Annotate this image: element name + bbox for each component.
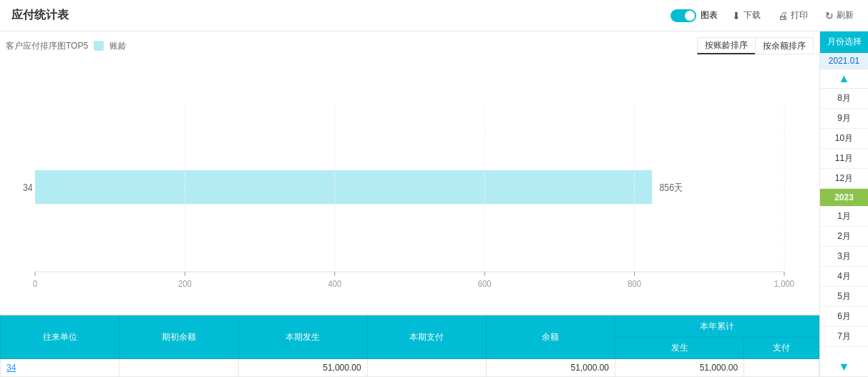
month-item[interactable]: 6月 bbox=[820, 307, 868, 327]
toggle-thumb bbox=[685, 11, 695, 21]
chart-bar bbox=[35, 170, 652, 204]
header-actions: 图表 ⬇ 下载 🖨 打印 ↻ 刷新 bbox=[670, 8, 857, 23]
chart-legend-title: 客户应付排序图TOP5 bbox=[6, 40, 88, 52]
chevron-down-icon: ▼ bbox=[839, 361, 850, 373]
month-item[interactable]: 5月 bbox=[820, 287, 868, 307]
header: 应付统计表 图表 ⬇ 下载 🖨 打印 ↻ 刷新 bbox=[0, 0, 868, 31]
chart-legend-item: 账龄 bbox=[109, 40, 127, 52]
sidebar-header: 月份选择 bbox=[820, 31, 868, 53]
app-container: 应付统计表 图表 ⬇ 下载 🖨 打印 ↻ 刷新 bbox=[0, 0, 868, 377]
table-section: 往来单位 期初余额 本期发生 本期支付 余额 本年累计 发生 支付 bbox=[0, 314, 819, 377]
cell-payment bbox=[367, 359, 486, 377]
sidebar: 月份选择 2021.01 ▲ 8月9月10月11月12月20231月2月3月4月… bbox=[819, 31, 868, 377]
sidebar-up-button[interactable]: ▲ bbox=[820, 69, 868, 89]
sidebar-scroll[interactable]: 8月9月10月11月12月20231月2月3月4月5月6月7月 bbox=[820, 89, 868, 358]
th-ytd-occurrence: 发生 bbox=[615, 338, 744, 359]
chevron-up-icon: ▲ bbox=[839, 72, 850, 85]
refresh-icon: ↻ bbox=[825, 10, 834, 21]
month-item[interactable]: 9月 bbox=[820, 109, 868, 129]
sidebar-current[interactable]: 2021.01 bbox=[820, 53, 868, 69]
svg-text:400: 400 bbox=[328, 278, 341, 289]
th-ytd-payment: 支付 bbox=[744, 338, 819, 359]
svg-text:600: 600 bbox=[478, 278, 492, 289]
refresh-label: 刷新 bbox=[837, 9, 854, 21]
sort-by-amount-button[interactable]: 按账龄排序 bbox=[697, 37, 755, 54]
th-opening: 期初余额 bbox=[120, 316, 238, 359]
month-item[interactable]: 2023 bbox=[820, 189, 868, 207]
svg-text:800: 800 bbox=[628, 278, 641, 289]
download-button[interactable]: ⬇ 下载 bbox=[729, 8, 764, 23]
month-item[interactable]: 3月 bbox=[820, 247, 868, 267]
chart-legend: 客户应付排序图TOP5 账龄 bbox=[6, 40, 127, 52]
chart-wrapper: 34 856天 0 200 400 bbox=[6, 60, 814, 314]
month-item[interactable]: 1月 bbox=[820, 207, 868, 227]
download-icon: ⬇ bbox=[732, 10, 741, 21]
legend-box bbox=[94, 41, 104, 51]
chart-toggle[interactable]: 图表 bbox=[670, 9, 718, 22]
cell-opening bbox=[120, 359, 238, 377]
y-axis-label: 34 bbox=[23, 182, 33, 194]
content-wrapper: 客户应付排序图TOP5 账龄 按账龄排序 按余额排序 34 bbox=[0, 31, 819, 377]
th-payment: 本期支付 bbox=[367, 316, 486, 359]
svg-text:1,000: 1,000 bbox=[774, 278, 794, 289]
month-item[interactable]: 2月 bbox=[820, 227, 868, 247]
print-label: 打印 bbox=[791, 9, 808, 21]
month-item[interactable]: 12月 bbox=[820, 169, 868, 189]
toggle-track bbox=[670, 9, 696, 22]
th-ytd: 本年累计 bbox=[615, 316, 819, 338]
svg-text:200: 200 bbox=[178, 278, 192, 289]
month-item[interactable]: 10月 bbox=[820, 129, 868, 149]
download-label: 下载 bbox=[743, 9, 761, 21]
chart-section: 客户应付排序图TOP5 账龄 按账龄排序 按余额排序 34 bbox=[0, 31, 819, 314]
cell-balance: 51,000.00 bbox=[486, 359, 615, 377]
bar-value-label: 856天 bbox=[659, 182, 683, 194]
main-content: 客户应付排序图TOP5 账龄 按账龄排序 按余额排序 34 bbox=[0, 31, 868, 377]
table-row: 34 51,000.00 51,000.00 51,000.00 bbox=[1, 359, 819, 377]
th-occurrence: 本期发生 bbox=[238, 316, 367, 359]
th-source: 往来单位 bbox=[1, 316, 120, 359]
svg-text:0: 0 bbox=[33, 278, 37, 289]
chart-svg: 34 856天 0 200 400 bbox=[6, 60, 814, 314]
chart-header: 客户应付排序图TOP5 账龄 按账龄排序 按余额排序 bbox=[6, 37, 814, 54]
sort-by-balance-button[interactable]: 按余额排序 bbox=[755, 37, 814, 54]
month-item[interactable]: 7月 bbox=[820, 327, 868, 347]
th-balance: 余额 bbox=[486, 316, 615, 359]
cell-ytd-payment bbox=[744, 359, 819, 377]
print-icon: 🖨 bbox=[778, 10, 788, 21]
month-item[interactable]: 11月 bbox=[820, 149, 868, 169]
data-table: 往来单位 期初余额 本期发生 本期支付 余额 本年累计 发生 支付 bbox=[0, 315, 819, 377]
month-item[interactable]: 8月 bbox=[820, 89, 868, 109]
chart-sort-buttons: 按账龄排序 按余额排序 bbox=[697, 37, 814, 54]
cell-ytd-occurrence: 51,000.00 bbox=[615, 359, 744, 377]
refresh-button[interactable]: ↻ 刷新 bbox=[822, 8, 857, 23]
print-button[interactable]: 🖨 打印 bbox=[775, 8, 811, 23]
page-title: 应付统计表 bbox=[11, 8, 69, 23]
sidebar-down-button[interactable]: ▼ bbox=[820, 358, 868, 377]
cell-source[interactable]: 34 bbox=[1, 359, 120, 377]
toggle-label: 图表 bbox=[701, 9, 718, 21]
month-item[interactable]: 4月 bbox=[820, 267, 868, 287]
cell-occurrence: 51,000.00 bbox=[238, 359, 367, 377]
